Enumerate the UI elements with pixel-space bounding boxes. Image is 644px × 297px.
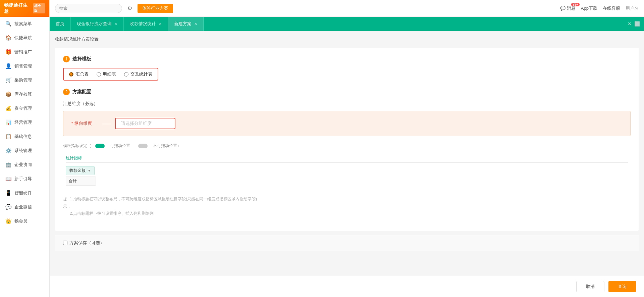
clipboard-icon: 📋 bbox=[5, 134, 12, 140]
search-menu-icon: 🔍 bbox=[5, 21, 12, 27]
tab-collection-stats-close[interactable]: ✕ bbox=[159, 22, 162, 26]
phone-icon: 📱 bbox=[5, 190, 12, 196]
tab-bank-flow-close[interactable]: ✕ bbox=[114, 22, 117, 26]
dimension-area: * 纵向维度 —— 请选择分组维度 bbox=[63, 111, 631, 136]
maximize-icon[interactable]: ⬜ bbox=[634, 21, 640, 27]
cancel-button[interactable]: 取消 bbox=[576, 281, 604, 292]
industry-btn[interactable]: 体验行业方案 bbox=[138, 4, 173, 13]
sidebar-item-enterprise-wechat[interactable]: 💬 企业微信 bbox=[0, 200, 49, 214]
logo-text: 畅捷通好生意 bbox=[4, 2, 32, 14]
search-input[interactable] bbox=[55, 4, 122, 13]
fixed-toggle bbox=[138, 144, 148, 148]
user-name[interactable]: 用户名 bbox=[626, 5, 639, 11]
sidebar-item-label: 销售管理 bbox=[14, 63, 32, 69]
template-radio-group: 汇总表 明细表 交叉统计表 bbox=[63, 68, 158, 81]
sidebar-item-label: 新手引导 bbox=[14, 176, 32, 182]
sidebar-item-system[interactable]: ⚙️ 系统管理 bbox=[0, 144, 49, 158]
chart-icon: 📊 bbox=[5, 119, 12, 126]
message-icon: 💬 bbox=[560, 6, 566, 11]
sidebar-item-label: 系统管理 bbox=[14, 148, 32, 154]
box-icon: 📦 bbox=[5, 91, 12, 97]
sidebar-item-smart-hardware[interactable]: 📱 智能硬件 bbox=[0, 186, 49, 200]
form-card: 1 选择模板 汇总表 明细表 交叉统计表 2 bbox=[55, 48, 639, 231]
query-button[interactable]: 查询 bbox=[608, 281, 636, 292]
save-option-label[interactable]: 方案保存（可选） bbox=[63, 240, 104, 246]
radio-detail-label: 明细表 bbox=[103, 71, 116, 77]
header-left: ⚙ 体验行业方案 bbox=[55, 4, 173, 13]
save-option-checkbox[interactable] bbox=[63, 241, 67, 245]
cart-icon: 🛒 bbox=[5, 77, 12, 83]
sidebar-item-label: 畅会员 bbox=[14, 218, 28, 224]
sidebar-item-label: 营销推广 bbox=[14, 49, 32, 55]
radio-summary[interactable]: 汇总表 bbox=[69, 71, 89, 77]
sidebar-item-quick-nav[interactable]: 🏠 快捷导航 bbox=[0, 31, 49, 45]
online-service-link[interactable]: 在线客服 bbox=[603, 5, 620, 11]
sidebar-item-marketing[interactable]: 🎁 营销推广 bbox=[0, 45, 49, 59]
gift-icon: 🎁 bbox=[5, 49, 12, 55]
radio-summary-input[interactable] bbox=[69, 72, 73, 77]
step2-num: 2 bbox=[63, 89, 70, 95]
sidebar-item-beginner[interactable]: 📖 新手引导 bbox=[0, 172, 49, 186]
sidebar-item-operation[interactable]: 📊 经营管理 bbox=[0, 115, 49, 130]
step2-title: 方案配置 bbox=[72, 89, 91, 95]
sidebar-item-member[interactable]: 👑 畅会员 bbox=[0, 214, 49, 228]
sidebar-item-sales[interactable]: 👤 销售管理 bbox=[0, 59, 49, 73]
settings-icon[interactable]: ⚙ bbox=[127, 5, 132, 11]
radio-cross[interactable]: 交叉统计表 bbox=[124, 71, 152, 77]
tabs-bar: 首页 现金银行流水查询 ✕ 收款情况统计 ✕ 新建方案 ✕ ✕ ⬜ bbox=[50, 17, 644, 31]
sidebar-item-basic-info[interactable]: 📋 基础信息 bbox=[0, 130, 49, 144]
page-title: 收款情况统计方案设置 bbox=[55, 36, 639, 42]
draggable-toggle bbox=[95, 144, 105, 148]
building-icon: 🏢 bbox=[5, 162, 12, 168]
sidebar-item-label: 企业协同 bbox=[14, 162, 32, 168]
metrics-tag-amount-label: 收款金额 bbox=[69, 168, 86, 174]
radio-summary-label: 汇总表 bbox=[75, 71, 89, 77]
metrics-category-label: 统计指标 bbox=[66, 155, 628, 163]
dimension-select[interactable]: 请选择分组维度 bbox=[115, 118, 175, 129]
sidebar-item-search-menu[interactable]: 🔍 搜索菜单 bbox=[0, 17, 49, 31]
metrics-tag-amount[interactable]: 收款金额 ▼ bbox=[66, 166, 95, 175]
radio-cross-input[interactable] bbox=[124, 72, 128, 77]
step2-section: 2 方案配置 汇总维度（必选） * 纵向维度 —— 请选择分组维度 模板指标设定… bbox=[63, 89, 631, 217]
footer-actions: 取消 查询 bbox=[50, 276, 644, 297]
metrics-section: 模板指标设定（ 可拖动位置 不可拖动位置） 统计指标 收款金额 ▼ bbox=[63, 143, 631, 189]
step1-section: 1 选择模板 汇总表 明细表 交叉统计表 bbox=[63, 56, 631, 81]
sidebar-item-label: 经营管理 bbox=[14, 119, 32, 126]
sidebar: 畅捷通好生意 标准版 🔍 搜索菜单 🏠 快捷导航 🎁 营销推广 👤 销售管理 🛒… bbox=[0, 0, 50, 297]
dimension-vertical-label: * 纵向维度 bbox=[71, 120, 98, 127]
crown-icon: 👑 bbox=[5, 218, 12, 224]
dimension-title: 汇总维度（必选） bbox=[63, 101, 631, 107]
sidebar-item-enterprise-coop[interactable]: 🏢 企业协同 bbox=[0, 158, 49, 172]
config-section: 汇总维度（必选） * 纵向维度 —— 请选择分组维度 模板指标设定（ 可拖动位置 bbox=[63, 101, 631, 217]
book-icon: 📖 bbox=[5, 176, 12, 182]
save-option-text: 方案保存（可选） bbox=[69, 240, 104, 246]
tab-collection-stats-label: 收款情况统计 bbox=[130, 21, 156, 27]
metrics-setting-label: 模板指标设定（ bbox=[63, 143, 91, 149]
message-badge[interactable]: 💬 消息 99+ bbox=[560, 5, 576, 11]
tips-item-2: 2.点击标题栏下拉可设置排序、插入列和删除列 bbox=[70, 210, 154, 217]
home-icon: 🏠 bbox=[5, 35, 12, 41]
tab-new-plan-close[interactable]: ✕ bbox=[194, 22, 197, 26]
step1-header: 1 选择模板 bbox=[63, 56, 631, 62]
close-window-icon[interactable]: ✕ bbox=[628, 21, 632, 27]
main-content: 收款情况统计方案设置 1 选择模板 汇总表 明细表 交叉统计表 bbox=[50, 31, 644, 297]
tab-home[interactable]: 首页 bbox=[50, 17, 71, 31]
metrics-subtag-total: 合计 bbox=[66, 177, 96, 186]
radio-detail-input[interactable] bbox=[97, 72, 101, 77]
tab-bank-flow[interactable]: 现金银行流水查询 ✕ bbox=[71, 17, 124, 31]
sidebar-item-label: 搜索菜单 bbox=[14, 21, 32, 27]
sidebar-item-inventory[interactable]: 📦 库存核算 bbox=[0, 87, 49, 101]
sidebar-item-purchase[interactable]: 🛒 采购管理 bbox=[0, 73, 49, 87]
metrics-container: 统计指标 收款金额 ▼ 合计 bbox=[63, 153, 631, 189]
step1-num: 1 bbox=[63, 56, 70, 62]
tab-collection-stats[interactable]: 收款情况统计 ✕ bbox=[124, 17, 168, 31]
tips-section: 提示： 1.拖动标题栏可以调整布局，不可跨维度或指标区域拖动栏目字段(只能在同一… bbox=[63, 196, 631, 217]
sidebar-item-finance[interactable]: 💰 资金管理 bbox=[0, 101, 49, 115]
tab-new-plan[interactable]: 新建方案 ✕ bbox=[168, 17, 204, 31]
step2-header: 2 方案配置 bbox=[63, 89, 631, 95]
radio-detail[interactable]: 明细表 bbox=[97, 71, 116, 77]
tips-item-1: 1.拖动标题栏可以调整布局，不可跨维度或指标区域拖动栏目字段(只能在同一维度或指… bbox=[70, 196, 257, 210]
sidebar-item-label: 库存核算 bbox=[14, 91, 32, 97]
app-download-link[interactable]: App下载 bbox=[581, 5, 597, 11]
chevron-down-icon: ▼ bbox=[88, 169, 91, 172]
